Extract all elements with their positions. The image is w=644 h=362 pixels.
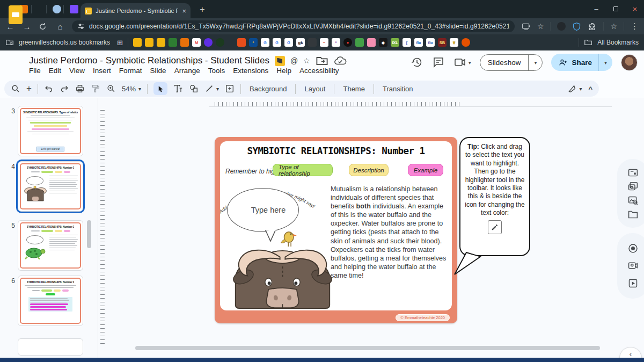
address-bar[interactable]: docs.google.com/presentation/d/1Es_Tx5Wx… [72, 20, 515, 32]
bookmark-favicon[interactable] [157, 38, 165, 47]
filmstrip-scrollbar[interactable] [87, 220, 91, 248]
star-badge-icon[interactable]: ☆ [610, 22, 617, 31]
menu-file[interactable]: File [29, 67, 41, 75]
slideshow-dropdown[interactable]: ▾ [528, 55, 542, 70]
undo-icon[interactable] [44, 84, 54, 93]
camera-person-icon[interactable] [627, 260, 639, 271]
slide-canvas[interactable]: SYMBIOTIC RELATIONSHIPS: Number 1 Rememb… [215, 137, 457, 323]
close-window-button[interactable]: × [629, 3, 641, 15]
transition-button[interactable]: Transition [380, 85, 416, 93]
browser-menu-icon[interactable]: ⋮ [631, 21, 639, 31]
account-avatar[interactable] [621, 54, 638, 71]
mention-icon[interactable]: @ [290, 56, 298, 65]
bookmark-favicon[interactable]: ♕ [450, 38, 458, 47]
water-buffalo-illustration[interactable] [228, 228, 338, 309]
pen-tool[interactable]: ▾ [567, 84, 582, 93]
play-icon[interactable] [627, 278, 639, 289]
menu-help[interactable]: Help [276, 67, 291, 75]
select-tool[interactable] [153, 82, 167, 95]
google-slides-logo[interactable] [9, 5, 23, 24]
menu-accessibility[interactable]: Accessibility [299, 67, 339, 75]
tip-callout[interactable]: Tip: Click and drag to select the text y… [459, 137, 530, 256]
folder-icon[interactable] [627, 209, 639, 220]
type-here-placeholder[interactable]: Type here [235, 206, 302, 214]
collapse-toolbar-button[interactable]: ^ [588, 85, 592, 93]
text-box-tool-icon[interactable] [173, 84, 183, 93]
slide-thumbnail-3[interactable]: SYMBIOTIC RELATIONSHIPS: Types of relati… [18, 106, 83, 156]
bookmark-favicon[interactable] [133, 38, 142, 47]
layout-button[interactable]: Layout [302, 85, 328, 93]
bookmark-favicon[interactable]: * [249, 38, 258, 47]
tab-close-icon[interactable]: × [182, 7, 186, 15]
shield-extension-icon[interactable] [572, 22, 581, 31]
bookmark-favicon[interactable]: flo [414, 38, 423, 47]
bookmark-favicon[interactable]: G [261, 38, 269, 47]
meet-button[interactable]: ▾ [453, 56, 471, 69]
bookmark-favicon[interactable]: M [192, 38, 201, 47]
shapes-tool-icon[interactable] [189, 84, 199, 93]
line-tool[interactable]: ▾ [204, 84, 219, 93]
slideshow-label[interactable]: Slideshow [480, 55, 529, 70]
print-icon[interactable] [75, 84, 85, 93]
card-panel-icon[interactable] [627, 167, 639, 178]
background-button[interactable]: Background [247, 85, 289, 93]
minimize-button[interactable]: – [590, 3, 602, 15]
windows-settings-icon[interactable] [627, 181, 639, 192]
bookmark-favicon[interactable]: IXL [391, 38, 399, 47]
redo-icon[interactable] [60, 84, 69, 93]
bookmark-favicon[interactable] [216, 38, 224, 47]
pill-example[interactable]: Example [408, 164, 443, 176]
slide-thumbnail-7-partial[interactable] [18, 338, 83, 356]
send-to-device-icon[interactable] [522, 22, 531, 31]
reload-button[interactable] [39, 23, 48, 31]
comments-icon[interactable] [432, 56, 445, 69]
bookmark-favicon[interactable] [180, 38, 189, 47]
bookmark-favicon[interactable] [237, 38, 246, 47]
slide-body-text[interactable]: Mutualism is a relationship between indi… [331, 185, 447, 280]
bookmark-favicon[interactable] [204, 38, 213, 47]
bookmark-favicon[interactable]: G [284, 38, 293, 47]
slide-title[interactable]: SYMBIOTIC RELATIONSHIPS: Number 1 [215, 146, 457, 156]
slideshow-button[interactable]: Slideshow ▾ [480, 54, 543, 71]
zoom-level-dropdown[interactable]: 54% ▾ [122, 85, 141, 93]
bookmark-favicon[interactable]: ~ [320, 38, 328, 47]
bookmarks-folder-label[interactable]: greenvilleschools.us bookmarks [19, 39, 110, 46]
cloud-status-icon[interactable] [334, 54, 347, 67]
pinned-tab-hand-icon[interactable] [53, 5, 61, 13]
menu-edit[interactable]: Edit [49, 67, 61, 75]
extension-cat-icon[interactable] [557, 22, 566, 31]
search-menus-icon[interactable] [11, 84, 20, 93]
restore-button[interactable] [610, 3, 621, 15]
bookmark-favicon[interactable]: flo [426, 38, 435, 47]
bookmarks-folder-icon[interactable] [5, 38, 14, 47]
zoom-add-icon[interactable]: + [26, 83, 32, 94]
bookmark-favicon[interactable] [145, 38, 153, 47]
new-tab-button[interactable]: + [196, 4, 208, 16]
image-search-icon[interactable] [627, 195, 639, 206]
slide-thumbnail-4-selected[interactable]: SYMBIOTIC RELATIONSHIPS: Number 1 [18, 161, 83, 212]
extensions-puzzle-icon[interactable] [588, 22, 597, 31]
bookmark-favicon[interactable]: * [332, 38, 340, 47]
menu-view[interactable]: View [69, 67, 85, 75]
bookmark-favicon[interactable] [355, 38, 364, 47]
active-tab[interactable]: Justine Perdomo - Symbiotic R × [80, 3, 191, 18]
menu-tools[interactable]: Tools [208, 67, 225, 75]
record-icon[interactable] [627, 243, 639, 254]
version-history-icon[interactable] [411, 56, 423, 69]
zoom-icon[interactable] [106, 84, 116, 93]
pinned-tab-person-icon[interactable] [70, 5, 78, 13]
bookmark-favicon[interactable]: ◆ [379, 38, 387, 47]
horizontal-scrollbar[interactable] [135, 346, 600, 350]
slide-thumbnail-5[interactable]: SYMBIOTIC RELATIONSHIPS: Number 2 [18, 220, 83, 271]
document-title[interactable]: Justine Perdomo - Symbiotic Relationship… [29, 55, 269, 66]
forward-button[interactable]: → [22, 22, 32, 31]
bookmark-favicon[interactable]: [ [402, 38, 411, 47]
star-document-icon[interactable]: ☆ [303, 56, 310, 65]
home-button[interactable]: ⌂ [55, 22, 65, 31]
bookmark-favicon[interactable]: gk [296, 38, 305, 47]
bookmark-star-icon[interactable]: ☆ [537, 22, 544, 31]
all-bookmarks-label[interactable]: All Bookmarks [597, 39, 639, 46]
share-button[interactable]: Share ▾ [551, 54, 612, 71]
paint-format-icon[interactable] [91, 84, 100, 93]
bookmark-favicon[interactable] [462, 38, 470, 47]
